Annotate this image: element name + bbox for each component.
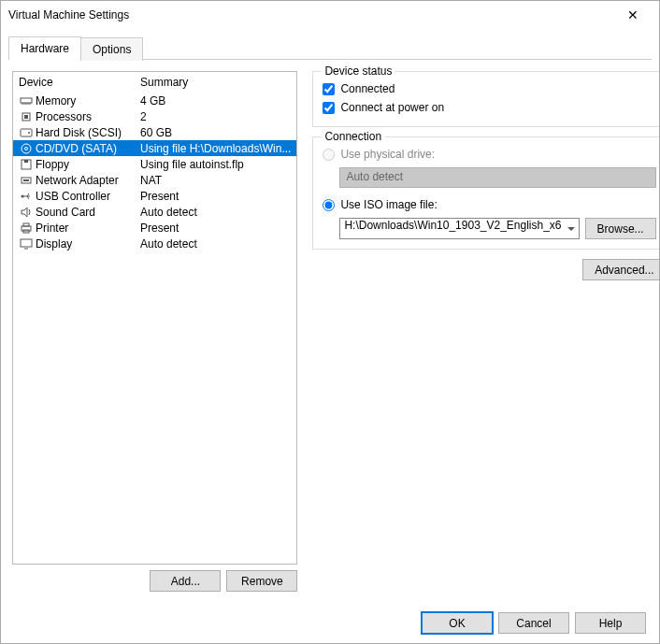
row-summary: Using file autoinst.flp [140, 158, 291, 171]
row-summary: 60 GB [140, 126, 291, 139]
row-device: Memory [36, 94, 140, 107]
memory-icon [19, 94, 34, 107]
tab-hardware[interactable]: Hardware [8, 36, 81, 60]
floppy-icon [19, 158, 34, 171]
table-row[interactable]: PrinterPresent [13, 220, 296, 236]
row-device: Network Adapter [36, 174, 140, 187]
row-device: CD/DVD (SATA) [36, 142, 140, 155]
connect-poweron-checkbox[interactable] [323, 102, 335, 114]
table-row[interactable]: CD/DVD (SATA)Using file H:\Downloads\Win… [13, 140, 296, 156]
connect-poweron-row[interactable]: Connect at power on [323, 98, 655, 117]
row-device: Printer [36, 222, 140, 235]
ok-button[interactable]: OK [422, 612, 493, 634]
advanced-row: Advanced... [312, 259, 659, 280]
table-row[interactable]: Network AdapterNAT [13, 172, 296, 188]
svg-rect-15 [23, 179, 29, 181]
help-button[interactable]: Help [575, 612, 646, 634]
list-body[interactable]: Memory4 GBProcessors2Hard Disk (SCSI)60 … [13, 93, 296, 564]
sound-icon [19, 206, 34, 219]
connection-group: Connection Use physical drive: Auto dete… [312, 136, 659, 250]
advanced-button[interactable]: Advanced... [582, 259, 659, 280]
physical-drive-combo: Auto detect [339, 167, 655, 188]
browse-button[interactable]: Browse... [585, 218, 656, 239]
use-physical-row[interactable]: Use physical drive: [323, 145, 655, 164]
tab-strip: Hardware Options [1, 29, 659, 60]
row-summary: Auto detect [140, 206, 291, 219]
usb-icon [19, 190, 34, 203]
row-summary: 4 GB [140, 94, 291, 107]
printer-icon [19, 222, 34, 235]
svg-rect-21 [21, 239, 32, 247]
row-summary: Using file H:\Downloads\Win... [140, 142, 291, 155]
connect-poweron-label: Connect at power on [340, 101, 444, 114]
connected-checkbox[interactable] [323, 83, 335, 95]
hdd-icon [19, 126, 34, 139]
connection-legend: Connection [321, 130, 385, 143]
use-physical-label: Use physical drive: [340, 148, 435, 161]
cancel-button[interactable]: Cancel [498, 612, 569, 634]
left-buttons: Add... Remove [12, 565, 297, 592]
svg-rect-8 [21, 129, 32, 136]
content-area: Device Summary Memory4 GBProcessors2Hard… [1, 60, 659, 603]
table-row[interactable]: Sound CardAuto detect [13, 204, 296, 220]
table-row[interactable]: Processors2 [13, 108, 296, 124]
table-row[interactable]: Hard Disk (SCSI)60 GB [13, 124, 296, 140]
right-pane: Device status Connected Connect at power… [308, 71, 659, 592]
cpu-icon [19, 110, 34, 123]
row-device: Floppy [36, 158, 140, 171]
window-title: Virtual Machine Settings [8, 8, 614, 21]
left-pane: Device Summary Memory4 GBProcessors2Hard… [12, 71, 297, 592]
add-button[interactable]: Add... [150, 570, 221, 592]
table-row[interactable]: Memory4 GB [13, 93, 296, 108]
row-device: Sound Card [36, 206, 140, 219]
use-iso-label: Use ISO image file: [340, 198, 437, 211]
device-status-group: Device status Connected Connect at power… [312, 71, 659, 127]
titlebar: Virtual Machine Settings ✕ [1, 1, 659, 29]
iso-path-combo[interactable]: H:\Downloads\Win10_1903_V2_English_x6 [339, 218, 579, 239]
remove-button[interactable]: Remove [226, 570, 297, 592]
display-icon [19, 237, 34, 250]
connected-row[interactable]: Connected [323, 79, 655, 98]
header-device: Device [19, 76, 140, 89]
use-physical-radio[interactable] [323, 149, 335, 161]
svg-rect-19 [23, 223, 29, 226]
list-header: Device Summary [13, 72, 296, 93]
row-device: USB Controller [36, 190, 140, 203]
svg-point-9 [28, 132, 30, 134]
row-device: Processors [36, 110, 140, 123]
row-summary: NAT [140, 174, 291, 187]
svg-rect-0 [21, 98, 32, 103]
device-list: Device Summary Memory4 GBProcessors2Hard… [12, 71, 297, 565]
svg-rect-13 [24, 160, 28, 163]
svg-rect-7 [24, 115, 28, 119]
row-summary: Auto detect [140, 237, 291, 250]
table-row[interactable]: FloppyUsing file autoinst.flp [13, 156, 296, 172]
table-row[interactable]: DisplayAuto detect [13, 236, 296, 251]
svg-point-11 [25, 147, 28, 150]
use-iso-radio[interactable] [323, 199, 335, 211]
tab-options[interactable]: Options [80, 37, 143, 61]
use-iso-row[interactable]: Use ISO image file: [323, 195, 655, 214]
device-status-legend: Device status [321, 64, 395, 78]
row-summary: Present [140, 190, 291, 203]
row-device: Display [36, 237, 140, 250]
connected-label: Connected [340, 82, 395, 95]
row-summary: Present [140, 222, 291, 235]
iso-row: H:\Downloads\Win10_1903_V2_English_x6 Br… [339, 218, 655, 239]
table-row[interactable]: USB ControllerPresent [13, 188, 296, 204]
svg-point-10 [22, 144, 31, 153]
cd-icon [19, 142, 34, 155]
close-icon[interactable]: ✕ [614, 7, 652, 22]
header-summary: Summary [140, 76, 291, 89]
row-summary: 2 [140, 110, 291, 123]
row-device: Hard Disk (SCSI) [36, 126, 140, 139]
footer: OK Cancel Help [1, 603, 659, 643]
net-icon [19, 174, 34, 187]
